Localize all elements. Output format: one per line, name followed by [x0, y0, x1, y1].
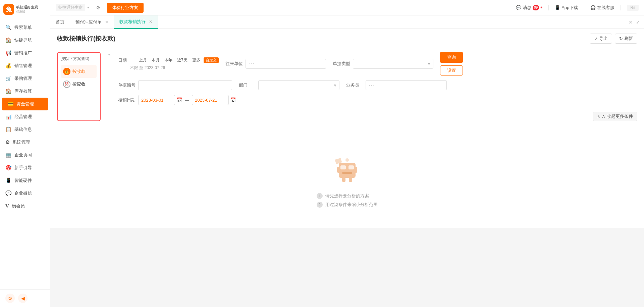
sidebar-bottom: ⚙ ◀: [0, 289, 50, 307]
settings-bottom-icon[interactable]: ⚙: [5, 294, 15, 303]
sidebar-item-operations[interactable]: 📊 经营管理: [0, 110, 50, 123]
dept-select[interactable]: ∨: [258, 80, 339, 90]
svg-rect-7: [349, 178, 352, 182]
topbar-online-service[interactable]: 🎧 在线客服: [590, 5, 614, 11]
date-more[interactable]: 更多: [191, 57, 202, 64]
tab-receivable[interactable]: 收款核销执行 ✕: [114, 15, 158, 29]
tabbar-close-icon[interactable]: ✕: [629, 19, 633, 25]
svg-point-9: [345, 158, 349, 162]
tabbar-expand-icon[interactable]: ⤢: [636, 19, 640, 25]
sales-icon: 💰: [5, 63, 12, 69]
sidebar-item-quick-nav[interactable]: 🏠 快捷导航: [0, 34, 50, 47]
wechat-icon: 💬: [5, 190, 12, 196]
sidebar-item-purchase[interactable]: 🛒 采购管理: [0, 72, 50, 85]
sidebar-item-member[interactable]: V 畅会员: [0, 200, 50, 212]
writeoff-start-date-input[interactable]: 2023-03-01: [138, 95, 175, 105]
topbar-dropdown-icon[interactable]: ▾: [87, 5, 89, 10]
page-title: 收款核销执行(按收款): [57, 35, 115, 43]
sidebar-item-label: 畅会员: [12, 203, 25, 209]
tab-prepay[interactable]: 预付冲应付单 ✕: [70, 15, 114, 29]
sidebar-item-wechat[interactable]: 💬 企业微信: [0, 187, 50, 200]
sidebar-item-finance[interactable]: 💳 资金管理: [2, 98, 48, 110]
setting-button[interactable]: 设置: [440, 65, 463, 75]
empty-tip-1: 1 请先选择要分析的方案: [317, 193, 378, 199]
quick-nav-icon: 🏠: [5, 37, 12, 43]
industry-solution-button[interactable]: 体验行业方案: [107, 3, 144, 13]
refresh-button[interactable]: ↻ 刷新: [615, 34, 637, 44]
sidebar-item-enterprise[interactable]: 🏢 企业协同: [0, 149, 50, 161]
sidebar-item-hardware[interactable]: 📱 智能硬件: [0, 174, 50, 187]
doc-type-label: 单据类型: [333, 61, 350, 67]
date-range-display: 不限 至 2023-07-26: [130, 65, 165, 70]
dept-label: 部门: [239, 82, 256, 88]
doc-type-select[interactable]: ∨: [353, 59, 433, 69]
date-last-7days[interactable]: 近7天: [176, 57, 189, 64]
date-last-month[interactable]: 上月: [138, 57, 148, 64]
empty-tips: 1 请先选择要分析的方案 2 用过滤条件来缩小分析范围: [317, 193, 378, 208]
svg-rect-6: [342, 178, 345, 182]
sidebar-item-label: 基础信息: [14, 126, 32, 133]
filter-sidebar: 按以下方案查询 💰 按收款 ⏰ 按应收: [57, 52, 101, 121]
collapse-sidebar-icon[interactable]: ◀: [18, 294, 28, 303]
writeoff-date-range: 2023-03-01 📅 — 2023-07-21 📅: [138, 95, 236, 105]
by-receivable-label: 按应收: [72, 81, 86, 87]
writeoff-end-date-input[interactable]: 2023-07-21: [192, 95, 229, 105]
topbar-settings-icon[interactable]: ⚙: [93, 3, 103, 12]
guide-icon: 🎯: [5, 165, 12, 171]
sidebar-menu: 🔍 搜索菜单 🏠 快捷导航 📢 营销推广 💰 销售管理 🛒 采购管理 🏠 库存核…: [0, 19, 50, 289]
message-count-badge: 99: [533, 5, 539, 10]
sidebar-item-label: 营销推广: [14, 50, 32, 56]
app-logo-icon: 兔: [3, 4, 14, 15]
filter-option-by-receivable[interactable]: ⏰ 按应收: [61, 78, 97, 91]
toggle-more-conditions-button[interactable]: ∧ ∧ 收起更多条件: [593, 112, 637, 121]
refresh-icon: ↻: [619, 36, 623, 41]
sidebar-item-label: 企业协同: [14, 152, 32, 158]
sidebar-item-basic-info[interactable]: 📋 基础信息: [0, 123, 50, 136]
dept-field: 部门 ∨: [239, 80, 339, 90]
export-button[interactable]: ↗ 导出: [590, 34, 612, 44]
tabbar: 首页 预付冲应付单 ✕ 收款核销执行 ✕ ✕ ⤢: [50, 15, 644, 29]
sidebar-item-guide[interactable]: 🎯 新手引导: [0, 161, 50, 174]
doc-no-input[interactable]: [138, 80, 232, 90]
topbar-app-download[interactable]: 📱 App下载: [555, 5, 578, 11]
sidebar-item-sales[interactable]: 💰 销售管理: [0, 59, 50, 72]
filter-sidebar-title: 按以下方案查询: [61, 56, 97, 62]
page-header: 收款核销执行(按收款) ↗ 导出 ↻ 刷新: [50, 29, 644, 47]
sidebar-item-search[interactable]: 🔍 搜索菜单: [0, 21, 50, 34]
counterparty-select[interactable]: ···: [246, 59, 326, 69]
svg-rect-1: [340, 165, 346, 169]
sidebar-item-system[interactable]: ⚙ 系统管理: [0, 136, 50, 149]
sidebar-item-label: 新手引导: [14, 165, 32, 171]
sidebar-item-marketing[interactable]: 📢 营销推广: [0, 47, 50, 59]
svg-rect-4: [337, 167, 340, 173]
topbar-messages[interactable]: 💬 消息 99 +: [516, 5, 542, 11]
date-this-year[interactable]: 本年: [163, 57, 174, 64]
export-icon: ↗: [594, 36, 598, 41]
writeoff-date-field: 核销日期 2023-03-01 📅 — 2023-07-21 📅: [118, 95, 236, 105]
filter-option-by-receipt[interactable]: 💰 按收款: [61, 65, 97, 78]
topbar-brand: 畅捷通好生意 ▾: [56, 4, 89, 11]
collapse-filter-button[interactable]: »: [106, 52, 113, 57]
writeoff-start-calendar-icon[interactable]: 📅: [176, 97, 182, 103]
sidebar-item-inventory[interactable]: 🏠 库存核算: [0, 85, 50, 98]
more-conditions-label: ∧ 收起更多条件: [602, 113, 633, 119]
tab-receivable-close-icon[interactable]: ✕: [149, 19, 152, 24]
staff-field: 业务员 ···: [346, 80, 447, 90]
tab-home[interactable]: 首页: [50, 15, 70, 29]
sidebar-item-label: 系统管理: [12, 139, 30, 145]
topbar-right: 💬 消息 99 + 📱 App下载 🎧 在线客服 Rit: [516, 5, 639, 11]
writeoff-end-calendar-icon[interactable]: 📅: [230, 97, 236, 103]
app-download-label: App下载: [561, 5, 578, 11]
finance-icon: 💳: [7, 101, 14, 107]
date-this-month[interactable]: 本月: [150, 57, 161, 64]
tab-prepay-label: 预付冲应付单: [75, 19, 102, 25]
tab-prepay-close-icon[interactable]: ✕: [105, 20, 108, 24]
staff-select[interactable]: ···: [366, 80, 447, 90]
app-edition: 标准版: [16, 10, 38, 14]
counterparty-field: 往来单位 ···: [225, 59, 326, 69]
dept-chevron: ∨: [334, 83, 336, 88]
doc-type-chevron: ∨: [428, 62, 430, 66]
sidebar: 兔 畅捷通好生意 标准版 🔍 搜索菜单 🏠 快捷导航 📢 营销推广 💰 销售管理…: [0, 0, 50, 307]
query-button[interactable]: 查询: [440, 52, 463, 63]
tab-receivable-label: 收款核销执行: [119, 19, 146, 25]
